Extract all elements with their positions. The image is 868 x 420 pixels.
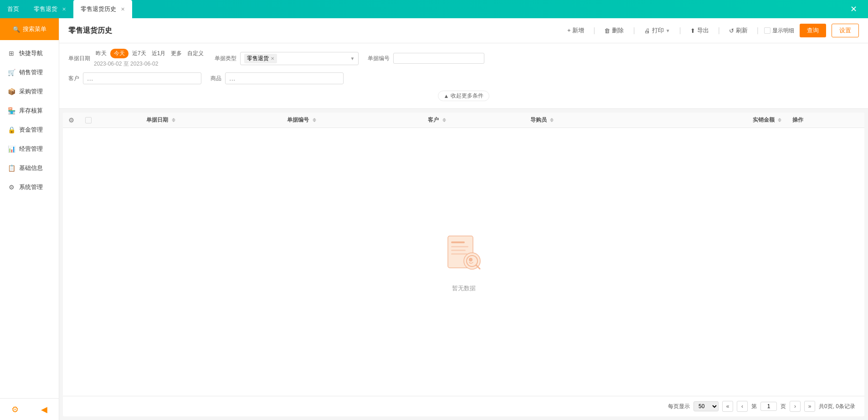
th-customer: 客户: [422, 113, 524, 128]
settings-footer-icon[interactable]: ⚙: [11, 405, 19, 415]
doc-no-sort-icon[interactable]: [313, 118, 316, 122]
sidebar-item-stock-calc[interactable]: 🏪 库存核算: [0, 101, 59, 120]
filter-doc-type-select[interactable]: 零售退货 ✕ ▼: [240, 52, 359, 65]
sidebar-item-capital-mgmt[interactable]: 🔒 资金管理: [0, 120, 59, 139]
date-btn-1month[interactable]: 近1月: [150, 49, 168, 58]
svg-rect-3: [451, 250, 466, 251]
header-actions: + 新增 | 🗑 删除 | 🖨 打印 ▼ | ⬆ 导出 |: [564, 24, 859, 37]
filter-row-1: 单据日期 昨天 今天 近7天 近1月 更多 自定义 2023-06-02 至 2…: [68, 49, 859, 68]
tab-retail-return-history[interactable]: 零售退货历史 ✕: [73, 0, 132, 18]
sidebar-search-label: 搜索菜单: [23, 25, 46, 33]
sidebar-item-system-mgmt[interactable]: ⚙ 系统管理: [0, 178, 59, 197]
first-page-button[interactable]: «: [722, 401, 733, 412]
page-size-label: 每页显示: [668, 403, 690, 410]
settings-button[interactable]: 设置: [832, 24, 859, 37]
th-operation-label: 操作: [792, 117, 803, 123]
ops-icon: 📊: [7, 145, 15, 153]
doc-type-tag-close[interactable]: ✕: [271, 56, 274, 61]
th-guide: 导购员: [525, 113, 647, 128]
guide-sort-icon[interactable]: [550, 118, 554, 122]
sidebar-item-basic-info[interactable]: 📋 基础信息: [0, 159, 59, 178]
export-button[interactable]: ⬆ 导出: [687, 25, 713, 36]
tab-retail-return[interactable]: 零售退货 ✕: [26, 0, 73, 18]
filter-date-col: 昨天 今天 近7天 近1月 更多 自定义 2023-06-02 至 2023-0…: [94, 49, 205, 68]
sales-icon: 🛒: [7, 68, 15, 77]
th-actual-amount-label: 实销金额: [753, 117, 775, 123]
customer-sort-icon[interactable]: [442, 118, 446, 122]
tab-retail-return-close[interactable]: ✕: [62, 6, 66, 12]
tab-list: 首页 零售退货 ✕ 零售退货历史 ✕: [0, 0, 847, 18]
th-customer-label: 客户: [428, 117, 439, 123]
th-doc-date-label: 单据日期: [146, 117, 168, 123]
date-btn-7days[interactable]: 近7天: [130, 49, 148, 58]
page-title: 零售退货历史: [68, 26, 112, 36]
search-icon: 🔍: [13, 26, 20, 33]
prev-page-button[interactable]: ‹: [737, 401, 748, 412]
top-bar: 首页 零售退货 ✕ 零售退货历史 ✕ ✕: [0, 0, 868, 18]
column-settings-icon[interactable]: ⚙: [68, 117, 74, 124]
print-button[interactable]: 🖨 打印 ▼: [641, 25, 674, 36]
delete-button[interactable]: 🗑 删除: [601, 25, 627, 36]
print-label: 打印: [652, 26, 664, 35]
display-toggle[interactable]: 显示明细: [764, 27, 794, 35]
add-button[interactable]: + 新增: [564, 25, 588, 36]
collapse-button[interactable]: ▲ 收起更多条件: [438, 91, 490, 101]
export-icon: ⬆: [690, 27, 695, 34]
select-all-checkbox[interactable]: [85, 117, 92, 123]
sidebar-item-purchase-label: 采购管理: [19, 87, 43, 96]
filter-goods-select[interactable]: ...: [225, 72, 344, 84]
collapse-row: ▲ 收起更多条件: [68, 89, 859, 103]
filter-customer-select[interactable]: ...: [83, 72, 201, 84]
display-checkbox[interactable]: [764, 27, 770, 34]
doc-date-sort-icon[interactable]: [172, 118, 175, 122]
sidebar-item-sales-mgmt[interactable]: 🛒 销售管理: [0, 63, 59, 82]
sidebar-item-basic-label: 基础信息: [19, 164, 43, 172]
collapse-btn-label: 收起更多条件: [451, 92, 483, 100]
sidebar-footer: ⚙ ◀: [0, 398, 59, 420]
sidebar-item-quick-nav-label: 快捷导航: [19, 49, 43, 57]
svg-rect-2: [451, 246, 468, 247]
query-button[interactable]: 查询: [800, 24, 826, 37]
tab-home[interactable]: 首页: [0, 0, 26, 18]
svg-rect-1: [451, 241, 465, 243]
doc-type-tag-label: 零售退货: [247, 55, 269, 62]
window-close-button[interactable]: ✕: [847, 4, 861, 14]
date-btn-today[interactable]: 今天: [110, 49, 128, 58]
sidebar-search[interactable]: 🔍 搜索菜单: [0, 18, 59, 40]
date-btn-yesterday[interactable]: 昨天: [94, 49, 108, 58]
sidebar-item-quick-nav[interactable]: ⊞ 快捷导航: [0, 44, 59, 63]
filter-date-item: 单据日期 昨天 今天 近7天 近1月 更多 自定义 2023-06-02 至 2…: [68, 49, 205, 68]
filter-area: 单据日期 昨天 今天 近7天 近1月 更多 自定义 2023-06-02 至 2…: [59, 43, 868, 109]
sidebar-item-system-label: 系统管理: [19, 183, 43, 191]
page-size-select[interactable]: 50 10 20 100: [693, 401, 719, 411]
content-area: 零售退货历史 + 新增 | 🗑 删除 | 🖨 打印 ▼ | ⬆ 导出: [59, 18, 868, 420]
collapse-sidebar-icon[interactable]: ◀: [41, 405, 47, 415]
table-area: ⚙ 单据日期 单: [63, 113, 864, 416]
tab-retail-return-history-close[interactable]: ✕: [121, 6, 125, 12]
date-btn-more[interactable]: 更多: [169, 49, 184, 58]
th-check-col: [80, 113, 141, 128]
quick-nav-icon: ⊞: [7, 49, 15, 57]
filter-goods-label: 商品: [211, 75, 221, 82]
refresh-button[interactable]: ↺ 刷新: [725, 25, 751, 36]
sidebar-item-ops-mgmt[interactable]: 📊 经营管理: [0, 139, 59, 159]
stock-icon: 🏪: [7, 107, 15, 115]
tab-retail-return-history-label: 零售退货历史: [81, 5, 116, 13]
system-icon: ⚙: [7, 183, 15, 191]
date-range-display: 2023-06-02 至 2023-06-02: [94, 60, 205, 68]
next-page-button[interactable]: ›: [790, 401, 801, 412]
data-table: ⚙ 单据日期 单: [63, 113, 864, 128]
th-doc-no-label: 单据编号: [287, 117, 309, 123]
empty-state: 暂无数据: [63, 128, 864, 396]
filter-date-label: 单据日期: [68, 55, 90, 62]
page-number-input[interactable]: [760, 402, 777, 411]
filter-date-buttons: 昨天 今天 近7天 近1月 更多 自定义: [94, 49, 205, 58]
filter-doc-type-item: 单据类型 零售退货 ✕ ▼: [215, 52, 359, 65]
date-btn-custom[interactable]: 自定义: [185, 49, 205, 58]
amount-sort-icon[interactable]: [778, 118, 781, 122]
filter-doc-type-label: 单据类型: [215, 55, 236, 62]
filter-doc-no-input[interactable]: [393, 53, 484, 64]
sidebar-item-purchase-mgmt[interactable]: 📦 采购管理: [0, 82, 59, 101]
sidebar-item-capital-label: 资金管理: [19, 126, 43, 134]
last-page-button[interactable]: »: [804, 401, 815, 412]
